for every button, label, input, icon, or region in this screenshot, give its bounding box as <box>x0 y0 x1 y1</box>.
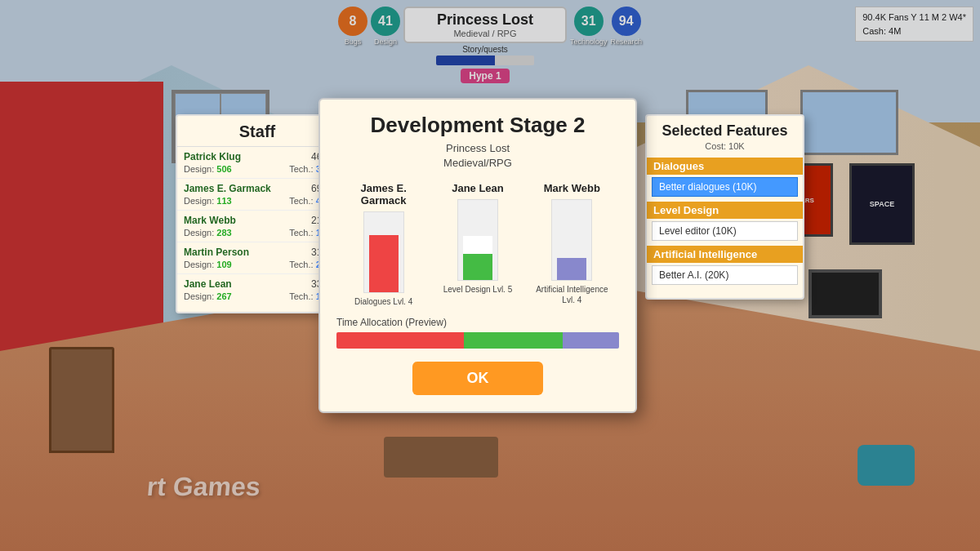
ta-purple <box>563 332 619 349</box>
staff-bar-columns: James E. Garmack Dialogues Lvl. 4 Jane L… <box>336 182 619 307</box>
design-val-3: 283 <box>216 228 231 238</box>
ta-green <box>464 332 563 349</box>
design-val-4: 109 <box>216 260 231 269</box>
feature-level-editor[interactable]: Level editor (10K) <box>652 221 798 241</box>
bar-jane <box>457 199 498 281</box>
staff-member-5: Jane Lean 33% Design: 267 Tech.: 132 <box>177 274 337 305</box>
bar-james <box>363 211 404 293</box>
ta-red <box>336 332 464 349</box>
bar-fill-mark <box>557 258 586 280</box>
skill-jane: Level Design Lvl. 5 <box>443 284 513 295</box>
category-dialogues: Dialogues <box>647 158 803 175</box>
bar-cap-jane <box>463 236 492 254</box>
staff-member-3: Mark Webb 21% Design: 283 Tech.: 167 <box>177 211 337 242</box>
design-val-1: 506 <box>216 164 231 174</box>
staff-name-5: Jane Lean <box>184 278 232 290</box>
skill-mark: Artificial Intelligence Lvl. 4 <box>536 284 608 305</box>
staff-member-1: Patrick Klug 46% Design: 506 Tech.: 338 <box>177 147 337 179</box>
skill-james: Dialogues Lvl. 4 <box>354 296 412 307</box>
ok-button[interactable]: OK <box>412 362 543 395</box>
staff-name-1: Patrick Klug <box>184 151 241 162</box>
bar-mark <box>551 199 592 281</box>
staff-col-james: James E. Garmack Dialogues Lvl. 4 <box>343 182 425 307</box>
staff-panel-title: Staff <box>177 116 337 147</box>
staff-name-2: James E. Garmack <box>184 183 271 194</box>
category-ai: Artificial Intelligence <box>647 246 803 263</box>
staff-panel: Staff Patrick Klug 46% Design: 506 Tech.… <box>176 114 339 313</box>
staff-name-4: Martin Person <box>184 247 249 258</box>
features-panel: Selected Features Cost: 10K Dialogues Be… <box>645 114 804 300</box>
design-label-1: Design: <box>184 164 214 174</box>
col-name-mark: Mark Webb <box>544 182 600 194</box>
staff-name-3: Mark Webb <box>184 215 236 226</box>
staff-member-4: Martin Person 31% Design: 109 Tech.: 290 <box>177 242 337 274</box>
design-val-5: 267 <box>216 291 231 301</box>
col-name-james: James E. Garmack <box>343 182 425 207</box>
features-title: Selected Features <box>647 116 803 141</box>
staff-member-2: James E. Garmack 69% Design: 113 Tech.: … <box>177 179 337 211</box>
bar-fill-jane <box>463 236 492 280</box>
time-alloc-label: Time Allocation (Preview) <box>336 317 619 328</box>
category-level-design: Level Design <box>647 202 803 219</box>
feature-better-ai[interactable]: Better A.I. (20K) <box>652 265 798 285</box>
dev-stage-dialog: Development Stage 2 Princess Lost Mediev… <box>318 98 637 413</box>
feature-better-dialogues[interactable]: Better dialogues (10K) <box>652 177 798 197</box>
dev-dialog-game: Princess Lost Medieval/RPG <box>336 141 619 171</box>
bar-fill-james <box>369 235 399 293</box>
dev-dialog-title: Development Stage 2 <box>336 113 619 138</box>
design-val-2: 113 <box>216 196 231 206</box>
staff-col-mark: Mark Webb Artificial Intelligence Lvl. 4 <box>531 182 612 307</box>
tech-label-1: Tech.: <box>289 164 313 174</box>
staff-col-jane: Jane Lean Level Design Lvl. 5 <box>437 182 519 307</box>
time-alloc-bar <box>336 332 619 349</box>
features-cost: Cost: 10K <box>647 141 803 151</box>
col-name-jane: Jane Lean <box>452 182 504 194</box>
